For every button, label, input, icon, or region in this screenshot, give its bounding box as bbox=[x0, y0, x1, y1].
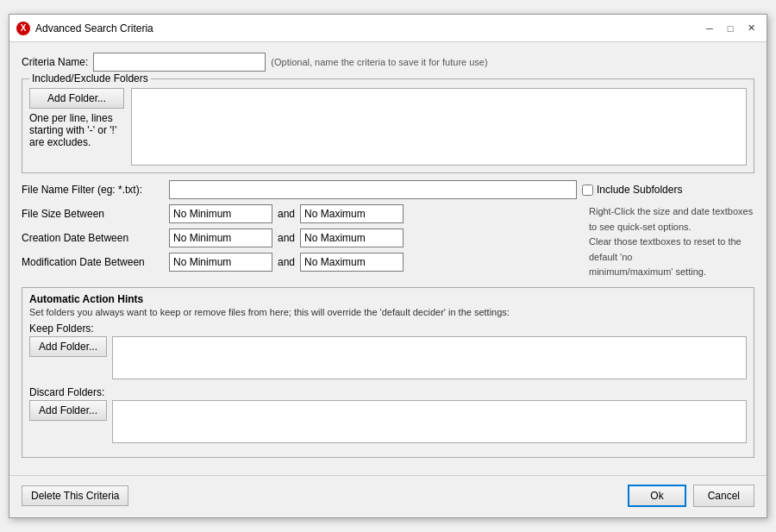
maximize-button[interactable]: □ bbox=[722, 20, 739, 37]
minimize-button[interactable]: ─ bbox=[701, 20, 718, 37]
discard-folders-inner: Add Folder... bbox=[29, 400, 747, 443]
keep-folders-section: Keep Folders: Add Folder... bbox=[29, 322, 747, 379]
folder-left: Add Folder... One per line, lines starti… bbox=[29, 88, 124, 166]
ok-button[interactable]: Ok bbox=[628, 485, 685, 507]
modification-date-and-label: and bbox=[278, 256, 295, 268]
criteria-name-input[interactable] bbox=[93, 53, 266, 72]
file-size-label: File Size Between bbox=[22, 208, 164, 220]
criteria-name-row: Criteria Name: (Optional, name the crite… bbox=[22, 53, 754, 72]
delete-criteria-button[interactable]: Delete This Criteria bbox=[22, 485, 128, 506]
keep-folders-textarea[interactable] bbox=[112, 336, 747, 379]
include-subfolders-checkbox[interactable] bbox=[582, 185, 593, 196]
included-folders-textarea[interactable] bbox=[131, 88, 747, 166]
app-icon: X bbox=[16, 22, 30, 35]
titlebar-controls: ─ □ ✕ bbox=[701, 20, 760, 37]
automatic-action-group: Automatic Action Hints Set folders you a… bbox=[22, 287, 754, 458]
included-folders-group: Included/Exclude Folders Add Folder... O… bbox=[22, 78, 754, 173]
creation-date-min-input[interactable] bbox=[169, 228, 272, 247]
creation-date-max-input[interactable] bbox=[300, 228, 404, 247]
bottom-right: Ok Cancel bbox=[628, 485, 754, 507]
file-size-max-input[interactable] bbox=[300, 204, 404, 223]
automatic-action-desc: Set folders you always want to keep or r… bbox=[29, 307, 747, 317]
titlebar: X Advanced Search Criteria ─ □ ✕ bbox=[9, 15, 767, 42]
creation-date-and-label: and bbox=[278, 232, 295, 244]
discard-folders-textarea[interactable] bbox=[112, 400, 747, 443]
discard-folders-section: Discard Folders: Add Folder... bbox=[29, 386, 747, 443]
folder-note: One per line, lines starting with '-' or… bbox=[29, 112, 124, 148]
modification-date-max-input[interactable] bbox=[300, 253, 404, 272]
include-subfolders-row: Include Subfolders bbox=[582, 184, 754, 196]
included-folders-title: Included/Exclude Folders bbox=[29, 72, 151, 84]
file-name-filter-label: File Name Filter (eg: *.txt): bbox=[22, 184, 164, 196]
discard-add-folder-button[interactable]: Add Folder... bbox=[29, 400, 107, 421]
include-subfolders-label: Include Subfolders bbox=[597, 184, 682, 196]
size-date-section: File Size Between and Creation Date Betw… bbox=[22, 204, 577, 280]
discard-folders-label: Discard Folders: bbox=[29, 386, 747, 398]
add-folder-button[interactable]: Add Folder... bbox=[29, 88, 124, 109]
right-note: Right-Click the size and date textboxes … bbox=[582, 204, 754, 280]
criteria-name-hint: (Optional, name the criteria to save it … bbox=[271, 57, 487, 67]
modification-date-label: Modification Date Between bbox=[22, 256, 164, 268]
cancel-button[interactable]: Cancel bbox=[693, 485, 754, 507]
keep-folders-inner: Add Folder... bbox=[29, 336, 747, 379]
folder-area: Add Folder... One per line, lines starti… bbox=[29, 88, 747, 166]
criteria-name-label: Criteria Name: bbox=[22, 56, 88, 68]
file-size-and-label: and bbox=[278, 208, 295, 220]
automatic-action-header: Automatic Action Hints bbox=[29, 293, 747, 305]
content-area: Criteria Name: (Optional, name the crite… bbox=[9, 42, 767, 475]
modification-date-min-input[interactable] bbox=[169, 253, 272, 272]
file-size-min-input[interactable] bbox=[169, 204, 272, 223]
keep-folders-label: Keep Folders: bbox=[29, 322, 747, 335]
creation-date-label: Creation Date Between bbox=[22, 232, 164, 244]
file-name-filter-input[interactable] bbox=[169, 180, 577, 199]
titlebar-left: X Advanced Search Criteria bbox=[16, 22, 153, 35]
bottom-bar: Delete This Criteria Ok Cancel bbox=[9, 475, 767, 517]
close-button[interactable]: ✕ bbox=[742, 20, 760, 37]
window-title: Advanced Search Criteria bbox=[35, 22, 153, 34]
main-window: X Advanced Search Criteria ─ □ ✕ Criteri… bbox=[9, 14, 767, 518]
keep-add-folder-button[interactable]: Add Folder... bbox=[29, 336, 107, 357]
